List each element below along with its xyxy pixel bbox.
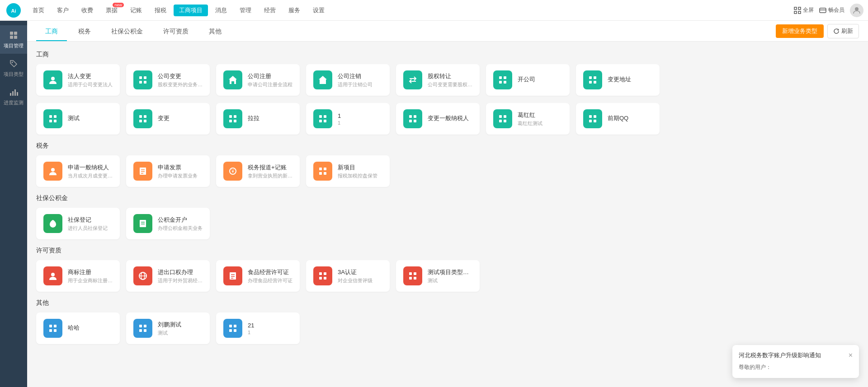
svg-rect-99 [144,325,146,327]
nav-item-management[interactable]: 管理 [234,5,257,16]
tag-icon [8,58,19,69]
card-company-register[interactable]: 公司注册 申请公司注册全流程 [216,64,300,96]
add-business-type-button[interactable]: 新增业务类型 [776,24,824,38]
card-desc-import-export: 适用于对外贸易经营者 [158,277,203,284]
card-new-project[interactable]: 新项目 报税加税控盘保管 [306,155,390,187]
member-icon [819,7,826,14]
svg-rect-59 [504,120,506,122]
card-liupengtest[interactable]: 刘鹏测试 测试 [126,312,210,344]
card-change-address[interactable]: 变更地址 [576,64,660,96]
card-info-test: 测试 [68,114,113,123]
card-twentyone[interactable]: 21 1 [216,312,300,344]
svg-rect-57 [504,115,506,118]
card-info-fund-open: 公积金开户 办理公积金相关业务 [158,216,203,232]
card-gehonghong[interactable]: 葛红红 葛红红测试 [486,103,570,135]
card-icon-social-register [43,214,62,233]
svg-rect-34 [589,81,592,84]
notification-header: 河北税务数字账户升级影响通知 × [739,351,853,359]
refresh-button[interactable]: 刷新 [827,24,859,38]
tab-license[interactable]: 许可资质 [154,23,198,41]
card-qianqiQQ[interactable]: 前期QQ [576,103,660,135]
card-info-company-change: 公司变更 股权变更外的业务变更 [158,72,203,88]
svg-rect-28 [499,76,502,79]
tab-business[interactable]: 工商 [36,23,67,41]
notification-popup: 河北税务数字账户升级影响通知 × 尊敬的用户： [732,345,859,378]
card-3a-cert[interactable]: 3A认证 对企业信誉评级 [306,260,390,292]
nav-item-accounting[interactable]: 记账 [125,5,147,16]
nav-item-tickets[interactable]: 票据 new [100,5,123,16]
card-import-export[interactable]: 进出口权办理 适用于对外贸易经营者 [126,260,210,292]
nav-item-home[interactable]: 首页 [27,5,50,16]
card-apply-invoice[interactable]: 申请发票 办理申请发票业务 [126,155,210,187]
card-haha[interactable]: 哈哈 [36,312,120,344]
card-desc-legal-change: 适用于公司变更法人 [68,81,113,88]
card-social-register[interactable]: 社保登记 进行人员社保登记 [36,208,120,239]
card-open-company[interactable]: 开公司 [486,64,570,96]
card-icon-import-export [133,266,152,285]
section-title-other: 其他 [36,299,859,307]
svg-rect-11 [10,36,13,39]
card-company-cancel[interactable]: 公司注销 适用于注销公司 [306,64,390,96]
nav-item-settings[interactable]: 设置 [307,5,330,16]
svg-rect-16 [14,89,16,96]
nav-item-messages[interactable]: 消息 [210,5,232,16]
svg-rect-101 [144,329,146,332]
card-equity-transfer[interactable]: 股权转让 公司变更需要股权转让 [396,64,480,96]
card-icon-trademark [43,266,62,285]
svg-rect-49 [324,115,326,118]
nav-item-operation[interactable]: 经营 [259,5,281,16]
nav-item-services[interactable]: 服务 [283,5,306,16]
card-change-taxpayer[interactable]: 变更一般纳税人 [396,103,480,135]
card-legal-change[interactable]: 法人变更 适用于公司变更法人 [36,64,120,96]
card-info-new-project: 新项目 报税加税控盘保管 [338,163,382,179]
nav-item-tax[interactable]: 报税 [149,5,172,16]
svg-rect-46 [229,120,232,122]
nav-item-collection[interactable]: 收费 [76,5,99,16]
card-info-one: 1 1 [338,112,382,126]
card-trademark[interactable]: 商标注册 用于企业商标注册服务 [36,260,120,292]
tab-tax[interactable]: 税务 [69,23,100,41]
fullscreen-icon [794,7,801,14]
card-food-license[interactable]: 食品经营许可证 办理食品经营许可证 [216,260,300,292]
card-lala[interactable]: 拉拉 [216,103,300,135]
tab-other[interactable]: 其他 [200,23,231,41]
svg-rect-72 [324,168,326,170]
member-btn[interactable]: 畅会员 [819,6,844,14]
card-icon-change [133,109,152,128]
svg-rect-35 [594,81,596,84]
nav-item-business[interactable]: 工商项目 [174,5,208,16]
fullscreen-btn[interactable]: 全屏 [794,6,814,14]
nav-item-customers[interactable]: 客户 [52,5,74,16]
sidebar-item-progress-monitor[interactable]: 进度监测 [0,82,27,111]
top-nav: Ai 首页 客户 收费 票据 new 记账 报税 工商项目 消息 管理 经营 服… [0,0,868,21]
sidebar-item-project-management[interactable]: 项目管理 [0,25,27,54]
card-fund-open[interactable]: 公积金开户 办理公积金相关业务 [126,208,210,239]
card-title-liupengtest: 刘鹏测试 [158,321,203,329]
card-tax-report[interactable]: ¥ 税务报道+记账 拿到营业执照的新公司 [216,155,300,187]
card-one[interactable]: 1 1 [306,103,390,135]
svg-rect-95 [54,325,57,327]
card-icon-one [313,109,332,128]
section-title-license: 许可资质 [36,247,859,255]
tab-social-security[interactable]: 社保公积金 [102,23,152,41]
card-test[interactable]: 测试 [36,103,120,135]
card-apply-taxpayer[interactable]: 申请一般纳税人 当月或次月成变更完成 [36,155,120,187]
card-test-type-def[interactable]: 测试项目类型目定义 测试 [396,260,480,292]
sidebar-item-project-type[interactable]: 项目类型 [0,54,27,82]
notification-close-button[interactable]: × [849,351,853,359]
card-company-change[interactable]: 公司变更 股权变更外的业务变更 [126,64,210,96]
grid-icon [8,30,19,41]
card-change[interactable]: 变更 [126,103,210,135]
app-logo[interactable]: Ai [5,1,23,19]
card-title-3a-cert: 3A认证 [338,268,382,276]
content-area: 工商 法人变更 适用于公司变更法人 公司变更 股权变更外的业务变更 [27,42,868,360]
user-avatar[interactable] [850,4,863,17]
svg-rect-73 [319,172,322,175]
card-title-trademark: 商标注册 [68,268,113,276]
card-desc-company-register: 申请公司注册全流程 [248,81,292,88]
svg-text:Ai: Ai [11,8,16,13]
svg-rect-96 [49,329,52,332]
svg-rect-98 [139,325,142,327]
svg-rect-22 [144,81,146,84]
card-icon-company-cancel [313,70,332,89]
